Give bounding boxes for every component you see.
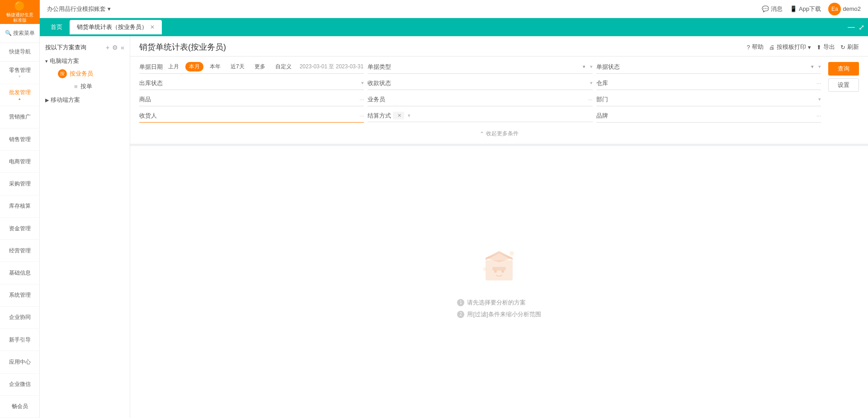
dept-label: 部门 [596, 95, 620, 104]
date-label: 单据日期 [139, 63, 163, 71]
product-dots-icon[interactable]: ··· [359, 96, 364, 103]
sidebar-item-label: 企业协同 [9, 314, 31, 321]
brand-input[interactable] [622, 111, 815, 120]
export-button[interactable]: ⬆ 导出 [816, 43, 835, 51]
sidebar-item-finance[interactable]: 资金管理 [0, 218, 40, 240]
page-actions: ? 帮助 🖨 按模板打印 ▾ ⬆ 导出 ↻ 刷新 [747, 43, 859, 51]
sidebar-item-operation[interactable]: 经营管理 [0, 240, 40, 262]
date-btn-thisyear[interactable]: 本年 [206, 62, 224, 71]
query-buttons: 查询 设置 [828, 62, 859, 92]
tree-desktop-children: 按 按业务员 ≡ 按单 [40, 67, 130, 92]
help-button[interactable]: ? 帮助 [747, 43, 764, 51]
outbound-dropdown-icon[interactable]: ▾ [361, 80, 364, 86]
consignee-label: 收货人 [139, 112, 163, 120]
tab-home[interactable]: 首页 [43, 20, 70, 34]
sidebar-item-wholesale[interactable]: 批发管理 ▴ [0, 84, 40, 106]
consignee-dots-icon[interactable]: ··· [359, 113, 364, 119]
order-type-select-wrapper[interactable] [393, 62, 588, 71]
sidebar-item-basic[interactable]: 基础信息 [0, 262, 40, 284]
help-icon: ? [747, 44, 750, 51]
sidebar-item-newbie[interactable]: 新手引导 [0, 329, 40, 351]
order-type-dropdown-icon[interactable]: ▾ [590, 64, 593, 70]
sidebar-item-label: 库存核算 [9, 202, 31, 210]
sidebar-item-inventory[interactable]: 库存核算 [0, 195, 40, 218]
date-btn-lastmonth[interactable]: 上月 [165, 62, 183, 71]
filter-row-3: 商品 ··· 业务员 ··· 部门 [139, 95, 821, 106]
date-btn-7days[interactable]: 近7天 [227, 62, 248, 71]
receipt-dropdown-icon[interactable]: ▾ [590, 80, 593, 86]
dept-dropdown-icon[interactable]: ▾ [818, 96, 821, 102]
product-input[interactable] [165, 95, 358, 104]
order-icon: ≡ [74, 83, 78, 90]
date-btn-thismonth[interactable]: 本月 [185, 62, 203, 71]
collapse-panel-icon[interactable]: « [121, 44, 124, 51]
sidebar-item-enterprise[interactable]: 企业协同 [0, 307, 40, 329]
order-type-input[interactable] [393, 62, 588, 71]
sidebar-item-label: 电商管理 [9, 158, 31, 166]
tab-expand-icon[interactable]: ⤢ [859, 23, 864, 32]
app-download-button[interactable]: 📱 App下载 [790, 5, 821, 13]
sidebar-quicknav[interactable]: 快捷导航 [0, 43, 40, 62]
sidebar-item-wechat[interactable]: 企业微信 [0, 374, 40, 396]
tab-sales-stat[interactable]: 销货单统计表（按业务员） ✕ [70, 20, 162, 34]
left-panel-actions: + ⚙ « [106, 44, 124, 51]
tree-expand-icon[interactable]: ▾ [45, 58, 48, 64]
tab-minimize-icon[interactable]: — [848, 23, 855, 32]
salesperson-input[interactable] [393, 95, 586, 104]
sidebar-item-system[interactable]: 系统管理 [0, 285, 40, 307]
tree-item-by-salesperson[interactable]: 按 按业务员 [52, 67, 130, 81]
sidebar-item-retail[interactable]: 零售管理 ▾ [0, 62, 40, 84]
print-dropdown-icon[interactable]: ▾ [808, 44, 811, 51]
export-icon: ⬆ [816, 44, 821, 51]
warehouse-input[interactable] [622, 78, 815, 88]
salesperson-dots-icon[interactable]: ··· [588, 96, 593, 103]
order-status-dropdown-icon[interactable]: ▾ [818, 64, 821, 70]
sidebar-item-ecommerce[interactable]: 电商管理 [0, 151, 40, 173]
sidebar-item-purchase[interactable]: 采购管理 [0, 173, 40, 195]
topbar-title-area[interactable]: 办公用品行业模拟账套 ▾ [47, 5, 111, 13]
payment-tag-close-icon[interactable]: ✕ [397, 113, 401, 119]
settings-scheme-icon[interactable]: ⚙ [112, 44, 118, 51]
collapse-button[interactable]: ⌃ 收起更多条件 [480, 130, 519, 138]
sidebar-item-label: 销售管理 [9, 136, 31, 143]
date-btn-more[interactable]: 更多 [251, 62, 269, 71]
consignee-input[interactable] [165, 111, 358, 120]
query-button[interactable]: 查询 [828, 62, 859, 76]
order-status-label: 单据状态 [596, 63, 620, 71]
print-button[interactable]: 🖨 按模板打印 ▾ [769, 43, 811, 51]
sidebar-item-sales[interactable]: 销售管理 [0, 128, 40, 151]
order-status-input[interactable] [622, 62, 816, 71]
payment-dropdown-icon[interactable]: ▾ [408, 113, 410, 119]
brand-dots-icon[interactable]: ··· [816, 113, 821, 119]
page-title: 销货单统计表(按业务员) [139, 42, 226, 52]
sidebar-search[interactable]: 🔍 搜索菜单 [0, 24, 40, 43]
dept-input[interactable] [622, 95, 816, 104]
download-icon: 📱 [790, 5, 797, 12]
msg-button[interactable]: 💬 消息 [762, 5, 783, 13]
user-area[interactable]: Ea demo2 [828, 3, 861, 15]
svg-rect-3 [492, 267, 506, 271]
topbar-dropdown-icon[interactable]: ▾ [108, 5, 111, 12]
outbound-input[interactable] [165, 78, 359, 88]
settings-button[interactable]: 设置 [828, 78, 859, 92]
tab-close-icon[interactable]: ✕ [150, 24, 155, 30]
add-scheme-icon[interactable]: + [106, 44, 109, 51]
sidebar-logo[interactable]: 🟠 畅捷通好生意 标准版 [0, 0, 40, 24]
filter-consignee-group: 收货人 ··· [139, 111, 364, 123]
date-btn-custom[interactable]: 自定义 [272, 62, 295, 71]
sidebar-item-member[interactable]: 畅会员 [0, 396, 40, 418]
sidebar-item-appstore[interactable]: 应用中心 [0, 351, 40, 373]
sidebar-item-marketing[interactable]: 营销推广 [0, 106, 40, 128]
tree-mobile-expand-icon[interactable]: ▶ [45, 97, 49, 103]
filter-date-group: 单据日期 上月 本月 本年 近7天 更多 自定义 2023-03-01 至 20… [139, 62, 364, 74]
receipt-input[interactable] [393, 78, 588, 88]
order-status-select-wrapper[interactable] [622, 62, 816, 71]
empty-state: 1 请先选择要分析的方案 2 用[过滤]条件来缩小分析范围 [130, 146, 868, 418]
date-filter: 上月 本月 本年 近7天 更多 自定义 [165, 62, 295, 71]
print-label: 按模板打印 [777, 43, 806, 51]
warehouse-dots-icon[interactable]: ··· [816, 80, 821, 86]
empty-state-icon [476, 244, 522, 290]
tree-item-by-order[interactable]: ≡ 按单 [52, 81, 130, 92]
refresh-button[interactable]: ↻ 刷新 [840, 43, 859, 51]
avatar: Ea [828, 3, 841, 15]
